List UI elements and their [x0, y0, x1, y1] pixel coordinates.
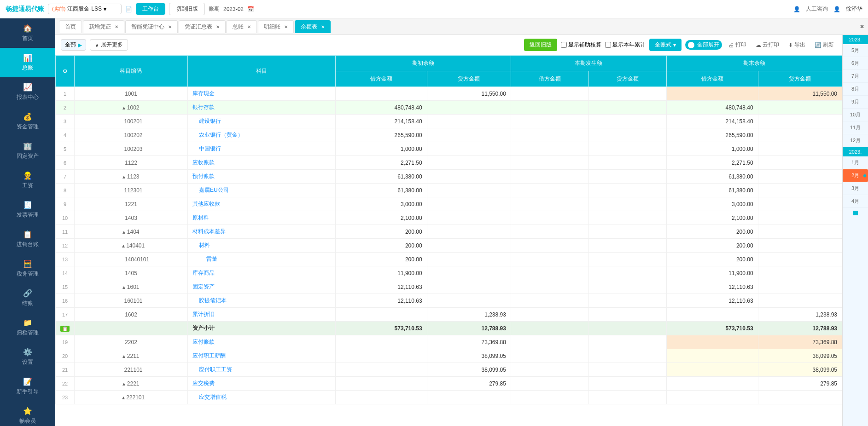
cell-name[interactable]: 嘉属EU公司 [187, 184, 335, 197]
month-11[interactable]: 11月 [843, 121, 868, 134]
tab-new-voucher[interactable]: 新增凭证 ✕ [83, 20, 124, 33]
sidebar-item-home[interactable]: 🏠 首页 [0, 18, 55, 48]
month-4[interactable]: 4月 [843, 195, 868, 208]
sidebar-item-closing[interactable]: 🔗 结账 [0, 283, 55, 313]
sidebar-item-funds[interactable]: 💰 资金管理 [0, 107, 55, 136]
sidebar-item-member[interactable]: ⭐ 畅会员 [0, 401, 55, 426]
cell-name[interactable]: 应交增值税 [187, 391, 335, 404]
sidebar-item-purchase[interactable]: 📋 进销台账 [0, 225, 55, 254]
new-voucher-close[interactable]: ✕ [115, 24, 118, 29]
cell-name[interactable]: 应付职工薪酬 [187, 349, 335, 363]
sidebar-item-settings[interactable]: ⚙️ 设置 [0, 342, 55, 372]
print-btn[interactable]: 🖨 打印 [726, 40, 749, 50]
cell-name[interactable]: 建设银行 [187, 115, 335, 128]
cell-name[interactable]: 库存商品 [187, 266, 335, 280]
th-cur-debit: 借方金额 [511, 71, 588, 87]
cell-name[interactable]: 累计折旧 [187, 308, 335, 322]
sidebar-item-invoice[interactable]: 🧾 发票管理 [0, 195, 55, 225]
cell-name[interactable]: 其他应收款 [187, 197, 335, 211]
month-7[interactable]: 7月 [843, 70, 868, 83]
tab-close-all[interactable]: ✕ [860, 23, 864, 30]
doc-icon[interactable]: 📄 [125, 6, 132, 12]
sidebar-item-salary[interactable]: 👷 工资 [0, 166, 55, 195]
sidebar-item-guide[interactable]: 📝 新手引导 [0, 372, 55, 401]
cell-name[interactable]: 应付职工工资 [187, 363, 335, 377]
cell-amount: 12,110.63 [667, 280, 758, 294]
print-icon: 🖨 [728, 42, 734, 48]
cell-name[interactable]: 预付账款 [187, 170, 335, 184]
cell-name[interactable]: 银行存款 [187, 101, 335, 115]
cell-name[interactable]: 库存现金 [187, 87, 335, 101]
consultant-label[interactable]: 人工咨询 [806, 5, 828, 13]
cell-amount: 573,710.53 [335, 322, 427, 335]
aux-calc-checkbox[interactable]: 显示辅助核算 [561, 41, 601, 49]
cell-name[interactable]: 农业银行（黄金） [187, 128, 335, 142]
cell-num: 9 [56, 197, 75, 211]
cell-name[interactable]: 应交税费 [187, 377, 335, 391]
detail-ledger-close[interactable]: ✕ [284, 24, 288, 29]
cell-name[interactable]: 应付账款 [187, 335, 335, 349]
tab-detail-ledger[interactable]: 明细账 ✕ [258, 20, 294, 33]
cell-amount: 2,271.50 [667, 156, 758, 170]
cell-name[interactable]: 原材料 [187, 211, 335, 225]
tab-smart-voucher[interactable]: 智能凭证中心 ✕ [125, 20, 178, 33]
filter-all[interactable]: 全部 ▶ [61, 39, 86, 51]
cell-name[interactable]: 中国银行 [187, 142, 335, 156]
cell-amount [588, 377, 666, 391]
return-old-btn[interactable]: 返回旧版 [524, 39, 557, 51]
month-3[interactable]: 3月 [843, 182, 868, 195]
cloud-print-btn[interactable]: ☁ 云打印 [753, 40, 782, 50]
cell-name[interactable]: 材料成本差异 [187, 225, 335, 239]
cell-name[interactable]: 材料 [187, 239, 335, 253]
cell-amount [511, 156, 588, 170]
smart-voucher-close[interactable]: ✕ [168, 24, 172, 29]
sidebar-item-reports[interactable]: 📈 报表中心 [0, 77, 55, 107]
company-selector[interactable]: (劣前) 江西股金-LSS ▾ [48, 4, 122, 14]
sidebar-item-archive[interactable]: 📁 归档管理 [0, 313, 55, 342]
old-version-button[interactable]: 切到旧版 [169, 3, 205, 15]
all-mode-btn[interactable]: 全账式 ▾ [649, 39, 682, 51]
cell-amount [588, 225, 666, 239]
month-6[interactable]: 6月 [843, 57, 868, 70]
cell-name[interactable]: 胶提笔记本 [187, 294, 335, 308]
month-9[interactable]: 9月 [843, 96, 868, 109]
cell-amount: 2,271.50 [335, 156, 427, 170]
expand-all-toggle[interactable]: 全部展开 [685, 40, 722, 50]
year-acc-input[interactable] [605, 42, 611, 48]
tab-balance[interactable]: 余额表 ✕ [295, 20, 331, 33]
month-2[interactable]: 2月 [843, 169, 868, 182]
refresh-icon: 🔄 [815, 42, 821, 48]
tab-general-ledger[interactable]: 总账 ✕ [227, 20, 257, 33]
aux-calc-input[interactable] [561, 42, 567, 48]
cell-amount: 1,238.93 [427, 308, 511, 322]
month-5[interactable]: 5月 [843, 44, 868, 57]
tab-voucher-summary[interactable]: 凭证汇总表 ✕ [179, 20, 226, 33]
cell-amount [667, 363, 758, 377]
balance-close[interactable]: ✕ [321, 24, 325, 29]
cell-num: 17 [56, 308, 75, 322]
cell-name[interactable]: 雷董 [187, 253, 335, 266]
cell-amount [511, 225, 588, 239]
sidebar-item-assets[interactable]: 🏢 固定资产 [0, 136, 55, 166]
sidebar-item-ledger[interactable]: 📊 总账 [0, 48, 55, 77]
month-10[interactable]: 10月 [843, 109, 868, 121]
voucher-summary-close[interactable]: ✕ [216, 24, 220, 29]
cell-code [75, 322, 188, 335]
cell-name[interactable]: 固定资产 [187, 280, 335, 294]
tab-home[interactable]: 首页 [59, 20, 82, 33]
sidebar-item-tax[interactable]: 🧮 税务管理 [0, 254, 55, 283]
export-btn[interactable]: ⬇ 导出 [786, 40, 808, 50]
calendar-icon[interactable]: 📅 [247, 6, 254, 12]
sidebar: 🏠 首页 📊 总账 📈 报表中心 💰 资金管理 🏢 固定资产 👷 工资 🧾 发票… [0, 18, 55, 426]
cell-amount [511, 101, 588, 115]
year-acc-checkbox[interactable]: 显示本年累计 [605, 41, 646, 49]
cell-amount [511, 184, 588, 197]
general-ledger-close[interactable]: ✕ [247, 24, 251, 29]
month-8[interactable]: 8月 [843, 83, 868, 96]
month-1[interactable]: 1月 [843, 156, 868, 169]
month-12[interactable]: 12月 [843, 134, 868, 147]
workbench-button[interactable]: 工作台 [136, 3, 165, 15]
expand-more-btn[interactable]: ∨ 展开更多 [90, 39, 128, 51]
refresh-btn[interactable]: 🔄 刷新 [812, 40, 837, 50]
cell-name[interactable]: 应收账款 [187, 156, 335, 170]
